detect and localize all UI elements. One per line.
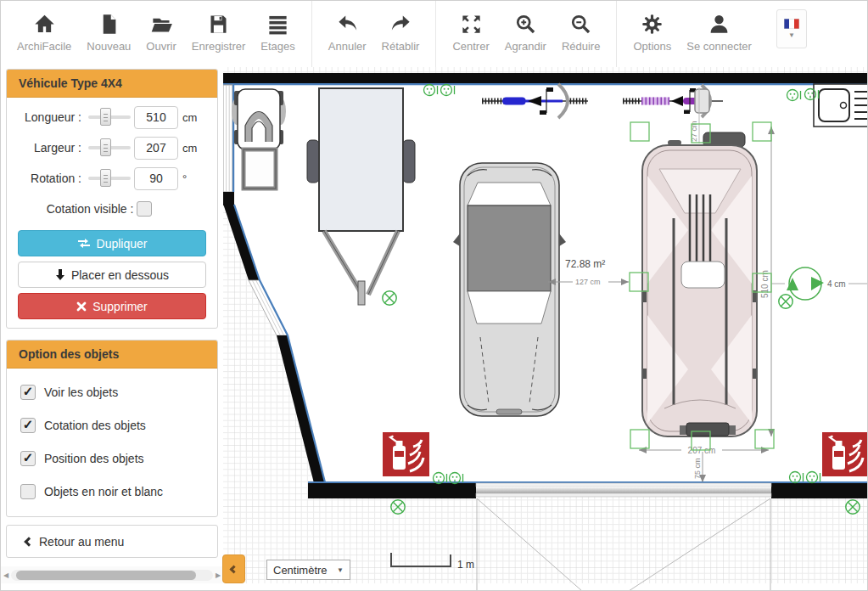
width-slider[interactable] xyxy=(88,146,131,149)
french-flag-icon xyxy=(784,19,799,29)
car-object[interactable] xyxy=(453,163,566,416)
sink-object[interactable] xyxy=(814,84,868,127)
floors-button[interactable]: Etages xyxy=(253,1,302,53)
delete-label: Supprimer xyxy=(92,300,148,313)
duplicate-icon xyxy=(77,238,91,249)
toolbar-label: Centrer xyxy=(452,40,489,53)
left-window[interactable] xyxy=(223,85,234,192)
layers-icon xyxy=(266,13,289,36)
toolbar-label: Nouveau xyxy=(87,40,131,53)
vehicle-4x4-object[interactable] xyxy=(642,132,757,436)
scrollbar-track[interactable] xyxy=(11,570,213,581)
scale-label: 1 m xyxy=(457,559,474,571)
redo-icon xyxy=(389,13,412,36)
language-dropdown[interactable]: ▼ xyxy=(776,9,807,48)
slider-handle[interactable] xyxy=(100,169,111,187)
open-folder-icon xyxy=(150,13,173,36)
new-button[interactable]: Nouveau xyxy=(79,1,138,53)
delete-button[interactable]: Supprimer xyxy=(18,293,206,319)
slider-handle[interactable] xyxy=(100,108,111,126)
unit-select[interactable]: Centimètre ▼ xyxy=(266,560,350,580)
toolbar-group-zoom: Centrer Agrandir Réduire xyxy=(435,1,616,67)
sidebar-horizontal-scrollbar[interactable]: ◀ ▶ xyxy=(1,566,223,583)
dimension-label-length: 510 cm xyxy=(760,270,770,298)
back-to-menu-label: Retour au menu xyxy=(39,535,124,549)
rotation-row: Rotation : ° xyxy=(7,167,209,189)
toolbar-label: Ouvrir xyxy=(146,40,176,53)
gear-icon xyxy=(641,13,664,36)
width-unit: cm xyxy=(182,142,197,155)
rotation-slider[interactable] xyxy=(88,177,131,180)
place-below-label: Placer en dessous xyxy=(71,268,169,282)
login-button[interactable]: Se connecter xyxy=(679,1,759,53)
width-label: Largeur : xyxy=(7,141,85,155)
toolbar-label: Enregistrer xyxy=(192,40,246,53)
width-input[interactable] xyxy=(134,137,178,160)
zoom-out-icon xyxy=(569,13,592,36)
center-button[interactable]: Centrer xyxy=(445,1,496,53)
canvas-bottom-margin xyxy=(223,583,868,591)
save-button[interactable]: Enregistrer xyxy=(184,1,254,53)
caret-down-icon: ▼ xyxy=(337,566,344,574)
length-row: Longueur : cm xyxy=(7,106,209,128)
scrollbar-thumb[interactable] xyxy=(16,571,196,580)
option-row: Objets en noir et blanc xyxy=(20,475,217,508)
object-dimensions-checkbox[interactable]: ✓ xyxy=(20,418,36,433)
redo-button[interactable]: Rétablir xyxy=(374,1,428,53)
toolbar-label: Réduire xyxy=(562,40,601,53)
chevron-left-icon xyxy=(230,565,238,573)
toolbar-label: Rétablir xyxy=(382,40,420,53)
zoom-in-button[interactable]: Agrandir xyxy=(497,1,554,53)
toolbar-group-undo: Annuler Rétablir xyxy=(311,1,436,67)
undo-button[interactable]: Annuler xyxy=(321,1,374,53)
garage-door[interactable] xyxy=(476,483,771,497)
toolbar-label: ArchiFacile xyxy=(17,40,71,53)
options-panel-title: Option des objets xyxy=(7,341,217,369)
rotation-unit: ° xyxy=(182,172,187,185)
cotation-row: Cotation visible : xyxy=(7,198,192,220)
toolbar-label: Se connecter xyxy=(686,40,752,53)
vehicle-properties-panel: Véhicule Type 4X4 Longueur : cm Largeur … xyxy=(6,69,218,329)
zoom-out-button[interactable]: Réduire xyxy=(554,1,608,53)
dimension-label-rear-gap: 75 cm xyxy=(693,458,702,479)
collapse-sidebar-button[interactable] xyxy=(222,554,245,583)
new-file-icon xyxy=(98,13,120,36)
toolbar-label: Agrandir xyxy=(505,40,546,53)
show-objects-checkbox[interactable]: ✓ xyxy=(20,385,36,400)
open-button[interactable]: Ouvrir xyxy=(138,1,183,53)
slider-handle[interactable] xyxy=(100,138,111,156)
length-label: Longueur : xyxy=(7,110,85,124)
toolbar-group-account: Options Se connecter xyxy=(616,1,767,67)
back-to-menu-button[interactable]: Retour au menu xyxy=(6,525,218,558)
center-icon xyxy=(460,13,483,36)
toolbar-group-file: ArchiFacile Nouveau Ouvrir Enregistrer E… xyxy=(1,1,311,67)
toolbar-label: Annuler xyxy=(328,40,367,53)
duplicate-label: Dupliquer xyxy=(97,237,148,250)
fire-extinguisher-sign[interactable] xyxy=(383,432,429,476)
archifacile-app: ArchiFacile Nouveau Ouvrir Enregistrer E… xyxy=(0,0,868,591)
duplicate-button[interactable]: Dupliquer xyxy=(18,230,206,256)
home-button[interactable]: ArchiFacile xyxy=(9,1,79,53)
option-row: ✓ Position des objets xyxy=(20,442,217,475)
object-dimensions-label: Cotation des objets xyxy=(44,419,146,432)
zoom-in-icon xyxy=(514,13,537,36)
black-white-checkbox[interactable] xyxy=(20,484,36,499)
object-position-checkbox[interactable]: ✓ xyxy=(20,451,36,466)
length-unit: cm xyxy=(182,111,197,124)
floor-plan-canvas[interactable]: 72.88 m² 127 cm 510 cm 4 cm 207 cm 75 cm… xyxy=(223,67,868,591)
options-button[interactable]: Options xyxy=(625,1,679,53)
place-below-button[interactable]: Placer en dessous xyxy=(18,262,206,288)
length-input[interactable] xyxy=(134,106,178,129)
toolbar-label: Etages xyxy=(260,40,294,53)
cotation-visible-checkbox[interactable] xyxy=(137,201,152,217)
scroll-left-icon[interactable]: ◀ xyxy=(1,571,11,579)
toolbar: ArchiFacile Nouveau Ouvrir Enregistrer E… xyxy=(1,1,868,67)
length-slider[interactable] xyxy=(88,115,131,119)
home-icon xyxy=(33,13,56,36)
cotation-visible-label: Cotation visible : xyxy=(47,202,137,216)
fire-extinguisher-sign[interactable] xyxy=(822,432,868,476)
rotation-input[interactable] xyxy=(134,167,178,190)
object-options-panel: Option des objets ✓ Voir les objets ✓ Co… xyxy=(6,340,218,517)
chevron-left-icon xyxy=(24,537,33,546)
width-row: Largeur : cm xyxy=(7,137,209,159)
